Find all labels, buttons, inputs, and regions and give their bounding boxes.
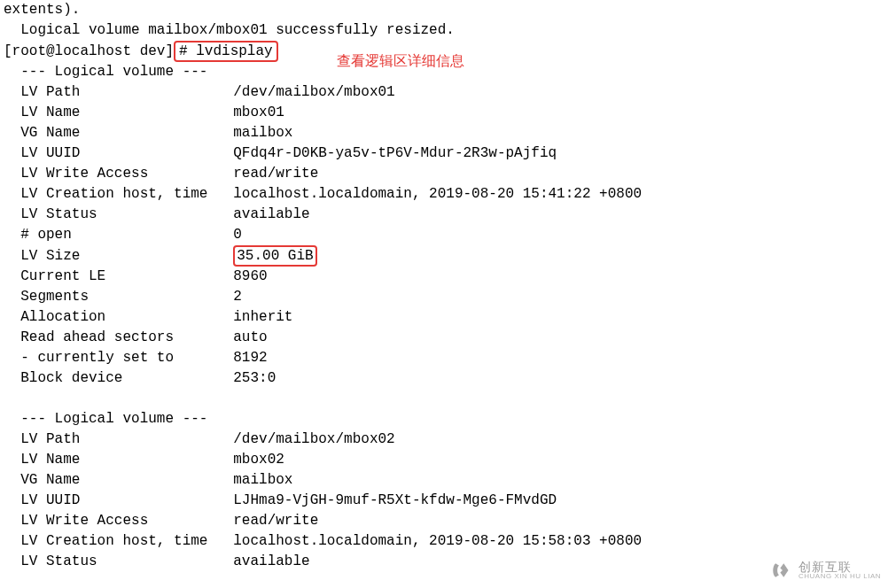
lv-field-row: LV Name mbox02 [4, 450, 874, 470]
lv-field-value: mailbox [233, 472, 292, 488]
watermark-text-en: CHUANG XIN HU LIAN [798, 573, 881, 580]
lv-field-key: LV UUID [4, 492, 233, 508]
lv-field-value: available [233, 206, 309, 222]
lv-field-row: Read ahead sectors auto [4, 328, 874, 348]
blank-line [4, 389, 874, 409]
lv-field-row: Current LE 8960 [4, 267, 874, 287]
lv-field-value: 2 [233, 289, 242, 305]
lv-field-row: - currently set to 8192 [4, 348, 874, 368]
lv-field-key: LV Size [4, 248, 233, 264]
lv-field-key: LV Status [4, 553, 233, 569]
lv-field-row: VG Name mailbox [4, 123, 874, 143]
lv-field-value: 8960 [233, 268, 267, 284]
lv-field-row: LV Path /dev/mailbox/mbox01 [4, 82, 874, 103]
watermark-text-cn: 创新互联 [798, 561, 881, 573]
lv-field-value: mbox01 [233, 104, 284, 120]
lv-field-value: 253:0 [233, 370, 276, 386]
lv-field-key: LV Creation host, time [4, 186, 233, 202]
lv-field-key: LV Path [4, 84, 233, 100]
lv-field-row: LV Creation host, time localhost.localdo… [4, 531, 874, 552]
lv-field-key: Current LE [4, 268, 233, 284]
lv-field-key: LV Name [4, 104, 233, 120]
lv-field-value: localhost.localdomain, 2019-08-20 15:41:… [233, 186, 642, 202]
lv-field-row: LV Status available [4, 552, 874, 572]
lv-field-row: LV UUID QFdq4r-D0KB-ya5v-tP6V-Mdur-2R3w-… [4, 143, 874, 164]
lv-field-key: LV Write Access [4, 513, 233, 529]
lv-field-value: inherit [233, 309, 292, 325]
lv-field-row: LV Size 35.00 GiB [4, 245, 874, 267]
lv-field-value: 8192 [233, 350, 267, 366]
lv-field-value: /dev/mailbox/mbox01 [233, 84, 394, 100]
lv-field-row: # open 0 [4, 225, 874, 245]
lv-field-key: LV UUID [4, 145, 233, 161]
highlighted-command: # lvdisplay [174, 41, 278, 62]
watermark: 创新互联 CHUANG XIN HU LIAN [768, 558, 883, 583]
lv-field-value: mbox02 [233, 452, 284, 468]
watermark-logo-icon [770, 560, 795, 581]
annotation-text: 查看逻辑区详细信息 [337, 50, 464, 71]
lv-field-value: /dev/mailbox/mbox02 [233, 431, 394, 447]
lv-field-row: Block device 253:0 [4, 368, 874, 389]
output-line: extents). [4, 0, 874, 20]
lv-field-value: auto [233, 329, 267, 345]
lv-field-value: read/write [233, 166, 318, 182]
lv-field-key: LV Write Access [4, 166, 233, 182]
lv-field-key: VG Name [4, 472, 233, 488]
lv-field-value-highlighted: 35.00 GiB [233, 245, 316, 267]
lv-field-row: LV Name mbox01 [4, 103, 874, 123]
lv-field-row: Allocation inherit [4, 307, 874, 328]
lv-field-value: LJHma9-VjGH-9muf-R5Xt-kfdw-Mge6-FMvdGD [233, 492, 557, 508]
lv-field-value: mailbox [233, 125, 292, 141]
lv-field-row: LV Creation host, time localhost.localdo… [4, 184, 874, 205]
lv-field-row: LV UUID LJHma9-VjGH-9muf-R5Xt-kfdw-Mge6-… [4, 491, 874, 511]
lv-field-key: LV Status [4, 206, 233, 222]
lv-field-key: LV Creation host, time [4, 533, 233, 549]
lv-field-key: Allocation [4, 309, 233, 325]
terminal-viewport[interactable]: extents). Logical volume mailbox/mbox01 … [0, 0, 874, 588]
lv-field-row: LV Path /dev/mailbox/mbox02 [4, 429, 874, 450]
lv-field-key: # open [4, 227, 233, 243]
lv-field-row: LV Write Access read/write [4, 164, 874, 184]
lv-field-value: QFdq4r-D0KB-ya5v-tP6V-Mdur-2R3w-pAjfiq [233, 145, 557, 161]
lv-field-value: localhost.localdomain, 2019-08-20 15:58:… [233, 533, 642, 549]
lv-field-key: Segments [4, 289, 233, 305]
lv-field-value: read/write [233, 513, 318, 529]
lv-field-key: - currently set to [4, 350, 233, 366]
lv-field-row: Segments 2 [4, 287, 874, 307]
output-line: Logical volume mailbox/mbox01 successful… [4, 20, 874, 41]
lv-field-key: Block device [4, 370, 233, 386]
scroll-filler [4, 572, 874, 588]
lv-field-row: VG Name mailbox [4, 470, 874, 491]
shell-prompt: [root@localhost dev] [4, 43, 174, 59]
lv-field-value: 0 [233, 227, 242, 243]
lv-field-row: LV Write Access read/write [4, 511, 874, 531]
lv-field-row: LV Status available [4, 205, 874, 225]
lv-field-key: LV Path [4, 431, 233, 447]
lv-field-key: LV Name [4, 452, 233, 468]
lv-header: --- Logical volume --- [4, 409, 874, 429]
lv-field-key: Read ahead sectors [4, 329, 233, 345]
lv-field-value: available [233, 553, 309, 569]
lv-field-key: VG Name [4, 125, 233, 141]
